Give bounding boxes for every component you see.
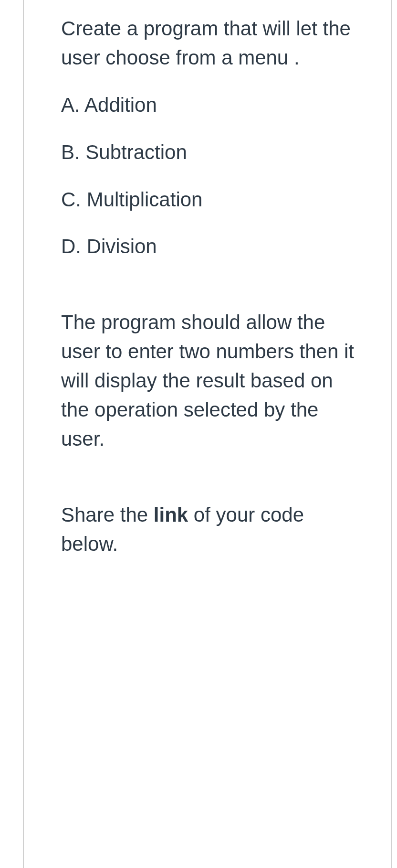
intro-paragraph: Create a program that will let the user … — [61, 14, 363, 73]
option-d: D. Division — [61, 232, 363, 261]
share-link-word: link — [154, 504, 188, 526]
spacer — [61, 279, 363, 308]
share-prefix: Share the — [61, 504, 154, 526]
option-b: B. Subtraction — [61, 138, 363, 167]
description-paragraph: The program should allow the user to ent… — [61, 308, 363, 453]
document-content: Create a program that will let the user … — [24, 0, 391, 573]
share-paragraph: Share the link of your code below. — [61, 501, 363, 559]
spacer — [61, 472, 363, 501]
option-a: A. Addition — [61, 91, 363, 120]
option-c: C. Multiplication — [61, 185, 363, 214]
document-container: Create a program that will let the user … — [23, 0, 392, 868]
